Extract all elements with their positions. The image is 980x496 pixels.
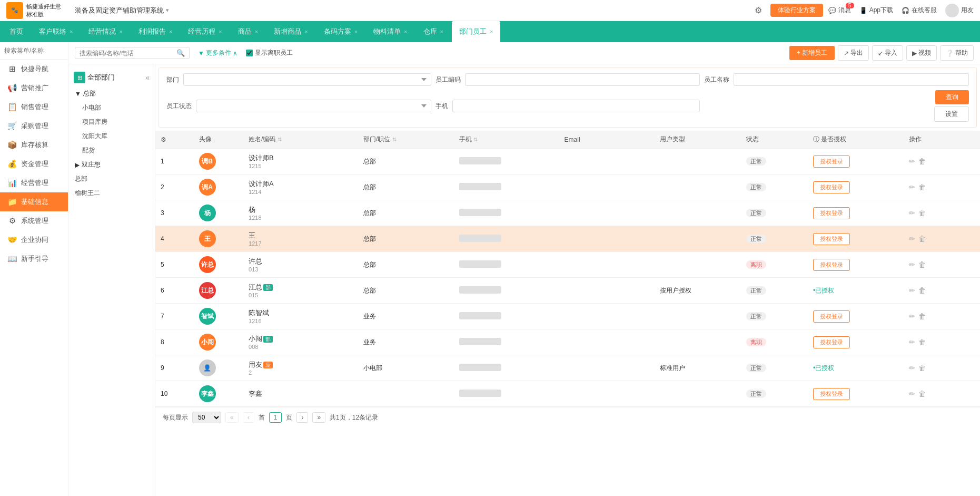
sidebar-search[interactable]: 🔍: [0, 42, 68, 60]
online-service-btn[interactable]: 🎧 在线客服: [902, 6, 937, 15]
sidebar-item-guide[interactable]: 📖 新手引导: [0, 249, 68, 268]
tab-history-close[interactable]: ×: [219, 28, 222, 35]
delete-button[interactable]: 🗑: [918, 390, 926, 398]
row-auth[interactable]: 授权登录: [808, 200, 904, 226]
delete-button[interactable]: 🗑: [918, 260, 926, 269]
tab-customer[interactable]: 客户联络 ×: [32, 21, 80, 42]
dept-item-shenyang[interactable]: 沈阳大库: [78, 129, 153, 143]
auth-button[interactable]: 授权登录: [813, 207, 850, 219]
dept-item-pumu[interactable]: 榆树王二: [71, 186, 153, 200]
system-title[interactable]: 装备及固定资产辅助管理系统 ▾: [75, 6, 746, 15]
gear-icon[interactable]: ⚙: [755, 5, 762, 15]
delete-button[interactable]: 🗑: [918, 157, 926, 166]
tab-profit[interactable]: 利润报告 ×: [131, 21, 180, 42]
tab-home[interactable]: 首页: [2, 21, 31, 42]
delete-button[interactable]: 🗑: [918, 183, 926, 191]
auth-button[interactable]: 授权登录: [813, 181, 850, 193]
sidebar-item-inventory[interactable]: 📦 库存核算: [0, 135, 68, 154]
tab-history[interactable]: 经营历程 ×: [181, 21, 229, 42]
edit-button[interactable]: ✏: [909, 390, 915, 398]
sidebar-item-purchase[interactable]: 🛒 采购管理: [0, 116, 68, 135]
user-btn[interactable]: 用友: [945, 4, 974, 17]
sidebar-item-system[interactable]: ⚙ 系统管理: [0, 211, 68, 230]
tab-goods[interactable]: 商品 ×: [231, 21, 265, 42]
search-box[interactable]: 🔍: [75, 47, 190, 59]
delete-button[interactable]: 🗑: [918, 338, 926, 346]
export-button[interactable]: ↗ 导出: [838, 45, 869, 61]
col-header-dept[interactable]: 部门/职位 ⇅: [358, 131, 454, 149]
show-resigned-checkbox[interactable]: 显示离职员工: [246, 48, 293, 57]
message-btn[interactable]: 💬 消息 5: [828, 6, 851, 15]
dept-item-zongbu2[interactable]: 总部: [71, 172, 153, 186]
first-page-btn[interactable]: «: [225, 412, 239, 423]
edit-button[interactable]: ✏: [909, 157, 915, 166]
more-filters-btn[interactable]: ▼ 更多条件 ∧: [194, 47, 242, 59]
next-page-btn[interactable]: ›: [296, 412, 308, 423]
sidebar-item-marketing[interactable]: 📢 营销推广: [0, 79, 68, 98]
delete-button[interactable]: 🗑: [918, 235, 926, 243]
tab-bom-close[interactable]: ×: [404, 28, 407, 35]
row-auth[interactable]: 授权登录: [808, 226, 904, 252]
help-button[interactable]: ❔ 帮助: [940, 45, 974, 61]
sidebar-item-cooperation[interactable]: 🤝 企业协同: [0, 230, 68, 249]
edit-button[interactable]: ✏: [909, 364, 915, 372]
tab-department-close[interactable]: ×: [490, 28, 493, 35]
sidebar-item-quick-nav[interactable]: ⊞ 快捷导航: [0, 60, 68, 79]
row-auth[interactable]: 授权登录: [808, 149, 904, 174]
dept-item-xiaodiaobu[interactable]: 小电部: [78, 101, 153, 115]
delete-button[interactable]: 🗑: [918, 286, 926, 295]
filter-empcode-input[interactable]: [465, 73, 700, 86]
tab-add-goods[interactable]: 新增商品 ×: [266, 21, 315, 42]
dept-tree-shuangzhuang[interactable]: ▶ 双庄想: [71, 158, 153, 172]
dept-item-xiangmu[interactable]: 项目库房: [78, 115, 153, 129]
edit-button[interactable]: ✏: [909, 312, 915, 320]
auth-button[interactable]: 授权登录: [813, 310, 850, 323]
edit-button[interactable]: ✏: [909, 338, 915, 346]
tab-warehouse[interactable]: 仓库 ×: [416, 21, 451, 42]
tab-add-goods-close[interactable]: ×: [304, 28, 308, 35]
row-auth[interactable]: 授权登录: [808, 329, 904, 355]
import-button[interactable]: ↙ 导入: [872, 45, 903, 61]
search-input[interactable]: [80, 50, 174, 57]
auth-button[interactable]: 授权登录: [813, 233, 850, 245]
sidebar-item-finance[interactable]: 💰 资金管理: [0, 154, 68, 173]
tab-department[interactable]: 部门员工 ×: [452, 21, 500, 42]
sidebar-item-basic-info[interactable]: 📁 基础信息: [0, 192, 68, 211]
col-header-settings[interactable]: ⚙: [155, 131, 194, 149]
delete-button[interactable]: 🗑: [918, 209, 926, 217]
filter-status-select[interactable]: [196, 100, 431, 112]
row-auth[interactable]: 授权登录: [808, 252, 904, 278]
edit-button[interactable]: ✏: [909, 183, 915, 191]
sidebar-item-sales[interactable]: 📋 销售管理: [0, 98, 68, 116]
add-employee-button[interactable]: + 新增员工: [789, 46, 835, 60]
tab-barcode-close[interactable]: ×: [354, 28, 358, 35]
filter-dept-select[interactable]: [183, 73, 431, 86]
sidebar-item-operations[interactable]: 📊 经营管理: [0, 173, 68, 192]
tab-operations-close[interactable]: ×: [119, 28, 122, 35]
filter-empname-input[interactable]: [734, 73, 969, 86]
tab-bom[interactable]: 物料清单 ×: [366, 21, 414, 42]
auth-button[interactable]: 授权登录: [813, 155, 850, 168]
filter-set-button[interactable]: 设置: [934, 106, 969, 122]
row-auth[interactable]: 授权登录: [808, 304, 904, 329]
delete-button[interactable]: 🗑: [918, 312, 926, 320]
tab-barcode[interactable]: 条码方案 ×: [316, 21, 365, 42]
app-download-btn[interactable]: 📱 App下载: [859, 6, 893, 15]
dept-item-peihuo[interactable]: 配货: [78, 143, 153, 158]
col-header-name[interactable]: 姓名/编码 ⇅: [243, 131, 358, 149]
col-header-phone[interactable]: 手机 ⇅: [454, 131, 559, 149]
row-auth[interactable]: 授权登录: [808, 381, 904, 407]
tab-profit-close[interactable]: ×: [169, 28, 172, 35]
prev-page-btn[interactable]: ‹: [243, 412, 254, 423]
filter-search-button[interactable]: 查询: [935, 90, 969, 104]
tab-operations[interactable]: 经营情况 ×: [81, 21, 130, 42]
auth-button[interactable]: 授权登录: [813, 336, 850, 348]
edit-button[interactable]: ✏: [909, 209, 915, 217]
delete-button[interactable]: 🗑: [918, 364, 926, 372]
edit-button[interactable]: ✏: [909, 235, 915, 243]
tab-warehouse-close[interactable]: ×: [440, 28, 443, 35]
view-button[interactable]: ▶ 视频: [906, 45, 937, 61]
last-page-btn[interactable]: »: [312, 412, 325, 423]
tab-goods-close[interactable]: ×: [255, 28, 258, 35]
edit-button[interactable]: ✏: [909, 286, 915, 295]
